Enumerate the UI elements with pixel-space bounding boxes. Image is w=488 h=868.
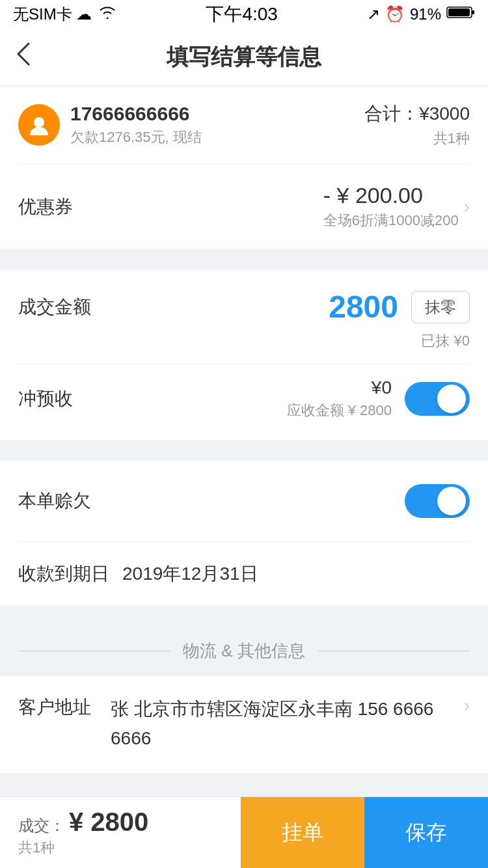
- logistics-divider: 物流 & 其他信息: [0, 627, 488, 675]
- bottom-count: 共1种: [18, 838, 223, 858]
- avatar: [18, 104, 60, 146]
- location-icon: ↗: [367, 5, 380, 23]
- address-row[interactable]: 客户地址 张 北京市市辖区海淀区永丰南 156 6666 6666 ›: [0, 675, 488, 773]
- deal-right: 2800 抹零: [329, 289, 470, 325]
- user-row: 17666666666 欠款1276.35元, 现结 合计：¥3000 共1种: [18, 86, 470, 164]
- separator-3: [0, 616, 488, 627]
- pre-right: ¥0 应收金额 ¥ 2800: [287, 377, 392, 420]
- bendan-card: 本单赊欠 收款到期日 2019年12月31日: [0, 461, 488, 606]
- address-value: 张 北京市市辖区海淀区永丰南 156 6666 6666: [111, 695, 457, 753]
- svg-point-3: [34, 117, 44, 128]
- pre-desc: 应收金额 ¥ 2800: [287, 401, 392, 420]
- bottom-bar: 成交： ¥ 2800 共1种 挂单 保存: [0, 796, 488, 868]
- bottom-summary: 成交： ¥ 2800 共1种: [0, 807, 241, 858]
- deal-sub: 已抹 ¥0: [18, 331, 470, 364]
- bendan-label: 本单赊欠: [18, 489, 91, 513]
- back-button[interactable]: [16, 41, 31, 73]
- user-card: 17666666666 欠款1276.35元, 现结 合计：¥3000 共1种 …: [0, 86, 488, 249]
- order-total: 合计：¥3000: [364, 102, 470, 126]
- user-summary: 合计：¥3000 共1种: [364, 102, 470, 148]
- content-area: 17666666666 欠款1276.35元, 现结 合计：¥3000 共1种 …: [0, 86, 488, 868]
- address-chevron-icon: ›: [464, 695, 470, 716]
- status-time: 下午4:03: [206, 2, 278, 27]
- duedate-label: 收款到期日: [18, 562, 109, 586]
- coupon-row[interactable]: 优惠券 - ¥ 200.00 全场6折满1000减200 ›: [18, 164, 470, 249]
- user-debt: 欠款1276.35元, 现结: [70, 128, 202, 147]
- coupon-chevron-icon: ›: [464, 197, 470, 217]
- bottom-deal-label: 成交：: [18, 815, 65, 836]
- logistics-text: 物流 & 其他信息: [183, 640, 305, 662]
- duedate-row: 收款到期日 2019年12月31日: [18, 541, 470, 606]
- deal-card: 成交金额 2800 抹零 已抹 ¥0 冲预收 ¥0 应收金额 ¥ 2800: [0, 269, 488, 440]
- coupon-amount: - ¥ 200.00: [323, 183, 459, 208]
- duedate-value: 2019年12月31日: [122, 562, 258, 586]
- status-bar: 无SIM卡 ☁ 下午4:03 ↗ ⏰ 91%: [0, 0, 488, 29]
- pre-amount: ¥0: [287, 377, 392, 398]
- coupon-label: 优惠券: [18, 195, 73, 219]
- user-phone: 17666666666: [70, 103, 202, 125]
- deal-label: 成交金额: [18, 295, 91, 319]
- status-left: 无SIM卡 ☁: [13, 4, 116, 25]
- coupon-desc: 全场6折满1000减200: [323, 211, 459, 230]
- svg-rect-2: [448, 8, 470, 16]
- wifi-icon: [98, 5, 116, 23]
- signal-text: 无SIM卡 ☁: [13, 4, 92, 25]
- divider-line-right: [318, 651, 470, 651]
- separator-1: [0, 259, 488, 269]
- pre-receive-toggle[interactable]: [405, 382, 470, 416]
- address-label: 客户地址: [18, 695, 91, 720]
- user-left: 17666666666 欠款1276.35元, 现结: [18, 103, 202, 147]
- hang-button[interactable]: 挂单: [241, 797, 364, 868]
- order-count: 共1种: [364, 129, 470, 148]
- user-info: 17666666666 欠款1276.35元, 现结: [70, 103, 202, 147]
- page-title: 填写结算等信息: [167, 42, 321, 72]
- pre-row: 冲预收 ¥0 应收金额 ¥ 2800: [18, 364, 470, 440]
- save-button[interactable]: 保存: [364, 797, 488, 868]
- nav-bar: 填写结算等信息: [0, 29, 488, 86]
- battery-text: 91%: [410, 5, 441, 23]
- pre-label: 冲预收: [18, 387, 73, 411]
- coupon-right: - ¥ 200.00 全场6折满1000减200 ›: [323, 183, 470, 230]
- battery-icon: [446, 5, 475, 23]
- round-button[interactable]: 抹零: [411, 291, 470, 323]
- svg-rect-1: [472, 10, 474, 14]
- bendan-row: 本单赊欠: [18, 461, 470, 541]
- alarm-icon: ⏰: [385, 5, 405, 23]
- divider-line-left: [18, 651, 170, 651]
- separator-2: [0, 450, 488, 461]
- deal-row: 成交金额 2800 抹零: [18, 269, 470, 331]
- bottom-deal-amount: ¥ 2800: [69, 807, 148, 837]
- bottom-actions: 挂单 保存: [241, 797, 488, 868]
- deal-amount: 2800: [329, 289, 398, 325]
- status-right: ↗ ⏰ 91%: [367, 5, 475, 23]
- bendan-toggle[interactable]: [405, 484, 470, 518]
